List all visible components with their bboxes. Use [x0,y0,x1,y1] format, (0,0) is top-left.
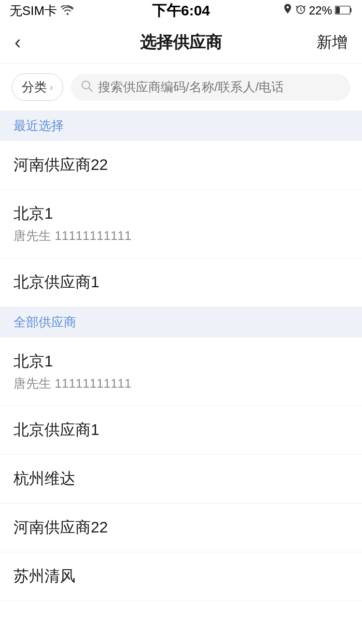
item-sub: 唐先生 11111111111 [14,375,348,392]
item-name: 北京1 [14,351,348,372]
item-name: 北京供应商1 [14,272,348,293]
item-name: 北京1 [14,203,348,224]
nav-title: 选择供应商 [140,31,222,54]
recent-section-header: 最近选择 [0,111,362,141]
search-icon [81,80,93,95]
back-button[interactable]: ‹ [14,31,53,53]
filter-bar: 分类 › [0,64,362,111]
svg-rect-2 [336,7,340,14]
item-name: 河南供应商22 [14,517,348,538]
item-name: 河南供应商22 [14,154,348,176]
item-name: 苏州清风 [14,566,348,587]
item-sub: 唐先生 11111111111 [14,227,348,244]
list-item[interactable]: 北京1唐先生 11111111111 [0,337,362,406]
all-list: 北京1唐先生 11111111111北京供应商1杭州维达河南供应商22苏州清风 [0,337,362,601]
location-icon [283,4,292,17]
carrier-text: 无SIM卡 [10,2,57,19]
all-section-label: 全部供应商 [14,315,76,329]
item-name: 杭州维达 [14,468,348,490]
battery-text: 22% [309,4,332,17]
status-time: 下午6:04 [152,1,210,21]
all-section-header: 全部供应商 [0,307,362,337]
search-box [71,74,350,101]
list-item[interactable]: 河南供应商22 [0,141,362,190]
category-button[interactable]: 分类 › [12,73,63,101]
status-left: 无SIM卡 [10,2,74,19]
list-item[interactable]: 北京1唐先生 11111111111 [0,190,362,258]
list-item[interactable]: 杭州维达 [0,455,362,504]
new-action-button[interactable]: 新增 [309,32,348,53]
search-input[interactable] [98,80,341,95]
category-label: 分类 [22,79,47,96]
status-bar: 无SIM卡 下午6:04 22% [0,0,362,21]
list-item[interactable]: 河南供应商22 [0,504,362,552]
battery-icon [335,4,352,17]
recent-section-label: 最近选择 [14,118,64,133]
wifi-icon [61,3,74,18]
nav-bar: ‹ 选择供应商 新增 [0,21,362,64]
recent-list: 河南供应商22北京1唐先生 11111111111北京供应商1 [0,141,362,307]
list-item[interactable]: 北京供应商1 [0,406,362,455]
list-item[interactable]: 苏州清风 [0,552,362,601]
item-name: 北京供应商1 [14,420,348,441]
alarm-icon [295,4,306,17]
list-item[interactable]: 北京供应商1 [0,258,362,307]
status-right: 22% [283,4,352,17]
svg-line-4 [89,88,92,91]
chevron-right-icon: › [50,82,53,93]
